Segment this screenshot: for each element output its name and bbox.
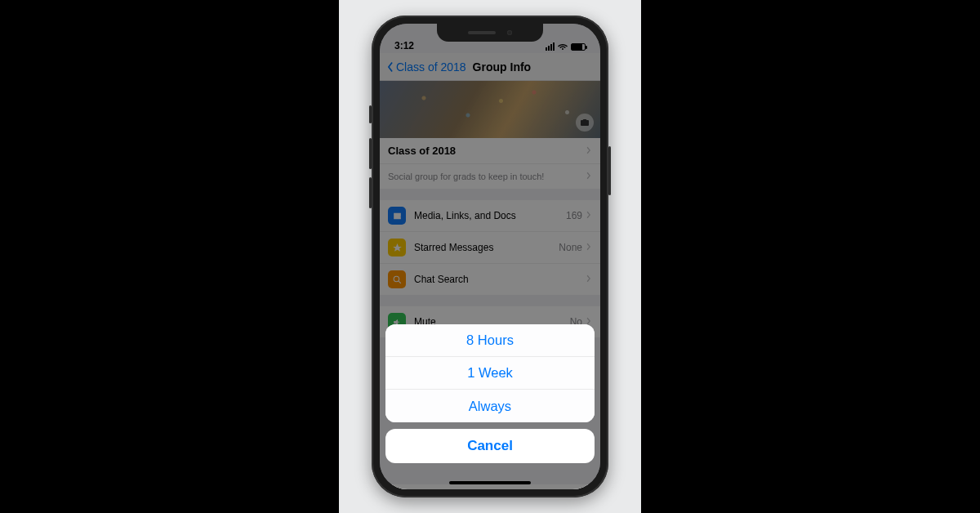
cancel-button[interactable]: Cancel [385, 429, 595, 463]
group-photo[interactable] [380, 81, 600, 138]
change-photo-button[interactable] [576, 114, 594, 132]
home-indicator[interactable] [449, 481, 531, 484]
chevron-left-icon [385, 61, 396, 73]
chevron-right-icon [586, 210, 592, 221]
group-name-row[interactable]: Class of 2018 [380, 138, 600, 164]
group-description-row[interactable]: Social group for grads to keep in touch! [380, 164, 600, 189]
group-description: Social group for grads to keep in touch! [388, 172, 544, 181]
svg-point-0 [394, 276, 399, 282]
chat-search-label: Chat Search [414, 274, 586, 285]
chevron-right-icon [586, 274, 592, 285]
back-label: Class of 2018 [396, 60, 466, 74]
media-row[interactable]: Media, Links, and Docs 169 [380, 200, 600, 232]
page-title: Group Info [473, 60, 532, 74]
back-button[interactable]: Class of 2018 [385, 60, 466, 74]
cellular-icon [546, 42, 555, 51]
mute-action-sheet: 8 Hours 1 Week Always Cancel [385, 324, 595, 463]
camera-icon [580, 118, 590, 127]
group-name: Class of 2018 [388, 145, 586, 157]
chevron-right-icon [586, 145, 592, 157]
search-icon [388, 270, 406, 288]
nav-bar: Class of 2018 Group Info [380, 53, 600, 81]
wifi-icon [558, 42, 568, 51]
starred-value: None [559, 242, 582, 253]
notch [437, 24, 543, 42]
battery-icon [571, 43, 586, 51]
star-icon [388, 239, 406, 256]
chevron-right-icon [586, 242, 592, 253]
chevron-right-icon [586, 172, 592, 181]
phone-screen: 3:12 Class of 2018 Group Info [380, 24, 600, 489]
media-count: 169 [566, 210, 582, 221]
mute-option-always[interactable]: Always [385, 390, 595, 422]
mute-option-8-hours[interactable]: 8 Hours [385, 324, 595, 357]
status-time: 3:12 [394, 40, 414, 51]
chat-search-row[interactable]: Chat Search [380, 264, 600, 295]
phone-frame: 3:12 Class of 2018 Group Info [372, 16, 608, 497]
starred-row[interactable]: Starred Messages None [380, 232, 600, 264]
starred-label: Starred Messages [414, 242, 559, 253]
media-label: Media, Links, and Docs [414, 210, 566, 221]
participant-row[interactable]: Work [380, 484, 600, 489]
media-icon [388, 207, 406, 225]
mute-option-1-week[interactable]: 1 Week [385, 357, 595, 390]
